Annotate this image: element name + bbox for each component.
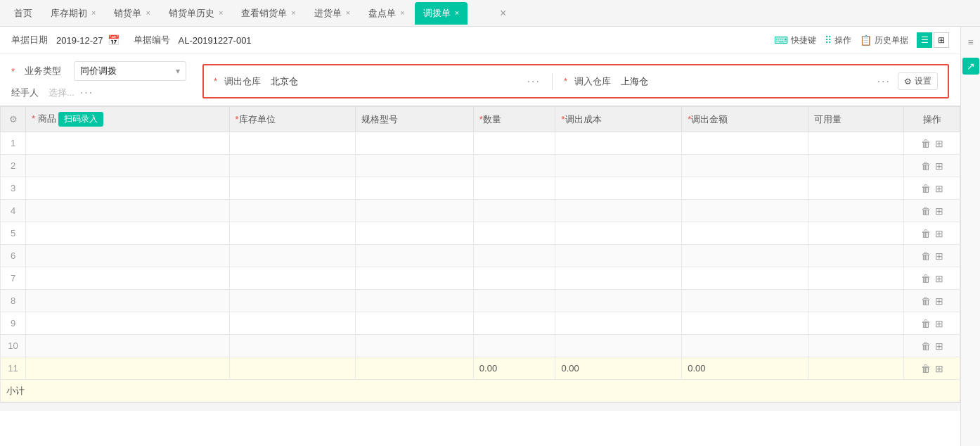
- row-10-spec[interactable]: [356, 335, 473, 357]
- shortcut-button[interactable]: ⌨ 快捷键: [774, 34, 816, 46]
- row-3-product[interactable]: [26, 177, 230, 200]
- row-7-spec[interactable]: [356, 267, 473, 290]
- row-6-cost[interactable]: [555, 245, 682, 267]
- delete-icon-7[interactable]: 🗑: [921, 273, 931, 284]
- copy-icon-2[interactable]: ⊞: [935, 160, 943, 172]
- row-9-spec[interactable]: [356, 312, 473, 335]
- tab-transfer[interactable]: 调拨单 ×: [415, 2, 468, 25]
- row-10-unit[interactable]: [229, 335, 356, 357]
- row-6-amount[interactable]: [682, 245, 808, 267]
- handler-more-button[interactable]: ···: [80, 87, 94, 99]
- tab-sales-order[interactable]: 销货单 ×: [105, 2, 158, 25]
- row-2-product[interactable]: [26, 155, 230, 177]
- row-1-amount[interactable]: [682, 132, 808, 155]
- row-5-unit[interactable]: [229, 222, 356, 245]
- table-gear-icon[interactable]: ⚙: [9, 114, 18, 125]
- row-10-product[interactable]: [26, 335, 230, 357]
- copy-icon-1[interactable]: ⊞: [935, 138, 943, 149]
- sidebar-list-icon[interactable]: ≡: [962, 34, 979, 51]
- row-3-qty[interactable]: [473, 177, 555, 200]
- copy-icon-11[interactable]: ⊞: [935, 363, 943, 374]
- row-8-product[interactable]: [26, 290, 230, 312]
- copy-icon-9[interactable]: ⊞: [935, 318, 943, 329]
- copy-icon-6[interactable]: ⊞: [935, 250, 943, 262]
- row-2-amount[interactable]: [682, 155, 808, 177]
- row-8-unit[interactable]: [229, 290, 356, 312]
- row-4-cost[interactable]: [555, 200, 682, 222]
- biz-type-select[interactable]: 同价调拨 ▾: [74, 61, 186, 81]
- row-1-qty[interactable]: [473, 132, 555, 155]
- delete-icon-9[interactable]: 🗑: [921, 318, 931, 329]
- tab-stocktake-close[interactable]: ×: [400, 9, 404, 17]
- tab-sales-history-close[interactable]: ×: [219, 9, 223, 17]
- delete-icon-3[interactable]: 🗑: [921, 183, 931, 194]
- copy-icon-10[interactable]: ⊞: [935, 340, 943, 352]
- delete-icon-4[interactable]: 🗑: [921, 205, 931, 217]
- row-7-product[interactable]: [26, 267, 230, 290]
- row-2-cost[interactable]: [555, 155, 682, 177]
- row-6-unit[interactable]: [229, 245, 356, 267]
- transfer-out-more-button[interactable]: ···: [527, 75, 541, 88]
- row-2-unit[interactable]: [229, 155, 356, 177]
- delete-icon-5[interactable]: 🗑: [921, 228, 931, 239]
- tab-sales-order-close[interactable]: ×: [146, 9, 150, 17]
- row-1-cost[interactable]: [555, 132, 682, 155]
- row-1-product[interactable]: [26, 132, 230, 155]
- scan-button[interactable]: 扫码录入: [58, 112, 103, 127]
- row-3-amount[interactable]: [682, 177, 808, 200]
- row-7-cost[interactable]: [555, 267, 682, 290]
- window-close-button[interactable]: ×: [497, 4, 509, 23]
- tab-inventory-init[interactable]: 库存期初 ×: [42, 2, 104, 25]
- delete-icon-2[interactable]: 🗑: [921, 160, 931, 172]
- tab-transfer-close[interactable]: ×: [455, 9, 459, 17]
- copy-icon-4[interactable]: ⊞: [935, 205, 943, 217]
- layout-list-button[interactable]: ☰: [917, 32, 932, 48]
- transfer-in-more-button[interactable]: ···: [877, 75, 891, 88]
- delete-icon-10[interactable]: 🗑: [921, 340, 931, 352]
- row-8-amount[interactable]: [682, 290, 808, 312]
- row-10-qty[interactable]: [473, 335, 555, 357]
- calendar-icon[interactable]: 📅: [108, 34, 120, 46]
- operate-button[interactable]: ⠿ 操作: [825, 34, 851, 46]
- transfer-out-value[interactable]: 北京仓: [271, 75, 298, 88]
- row-6-qty[interactable]: [473, 245, 555, 267]
- settings-button[interactable]: ⚙ 设置: [898, 72, 938, 90]
- row-9-unit[interactable]: [229, 312, 356, 335]
- delete-icon-6[interactable]: 🗑: [921, 250, 931, 262]
- handler-input[interactable]: 选择...: [49, 87, 75, 99]
- copy-icon-5[interactable]: ⊞: [935, 228, 943, 239]
- tab-inventory-init-close[interactable]: ×: [91, 9, 96, 17]
- row-10-cost[interactable]: [555, 335, 682, 357]
- row-4-unit[interactable]: [229, 200, 356, 222]
- row-5-cost[interactable]: [555, 222, 682, 245]
- row-4-qty[interactable]: [473, 200, 555, 222]
- row-4-product[interactable]: [26, 200, 230, 222]
- copy-icon-8[interactable]: ⊞: [935, 295, 943, 307]
- delete-icon-11[interactable]: 🗑: [921, 363, 931, 374]
- row-3-spec[interactable]: [356, 177, 473, 200]
- layout-grid-button[interactable]: ⊞: [934, 32, 949, 48]
- row-5-amount[interactable]: [682, 222, 808, 245]
- row-3-cost[interactable]: [555, 177, 682, 200]
- row-2-spec[interactable]: [356, 155, 473, 177]
- transfer-in-value[interactable]: 上海仓: [621, 75, 648, 88]
- row-9-qty[interactable]: [473, 312, 555, 335]
- row-9-product[interactable]: [26, 312, 230, 335]
- row-5-spec[interactable]: [356, 222, 473, 245]
- row-9-cost[interactable]: [555, 312, 682, 335]
- row-5-product[interactable]: [26, 222, 230, 245]
- row-1-unit[interactable]: [229, 132, 356, 155]
- row-7-unit[interactable]: [229, 267, 356, 290]
- row-1-spec[interactable]: [356, 132, 473, 155]
- row-7-qty[interactable]: [473, 267, 555, 290]
- row-9-amount[interactable]: [682, 312, 808, 335]
- tab-stocktake[interactable]: 盘点单 ×: [360, 2, 413, 25]
- sidebar-export-icon[interactable]: ↗: [962, 58, 979, 75]
- row-4-amount[interactable]: [682, 200, 808, 222]
- delete-icon-8[interactable]: 🗑: [921, 295, 931, 307]
- tab-view-sales-close[interactable]: ×: [291, 9, 295, 17]
- row-6-spec[interactable]: [356, 245, 473, 267]
- row-3-unit[interactable]: [229, 177, 356, 200]
- row-7-amount[interactable]: [682, 267, 808, 290]
- tab-home[interactable]: 首页: [6, 2, 41, 25]
